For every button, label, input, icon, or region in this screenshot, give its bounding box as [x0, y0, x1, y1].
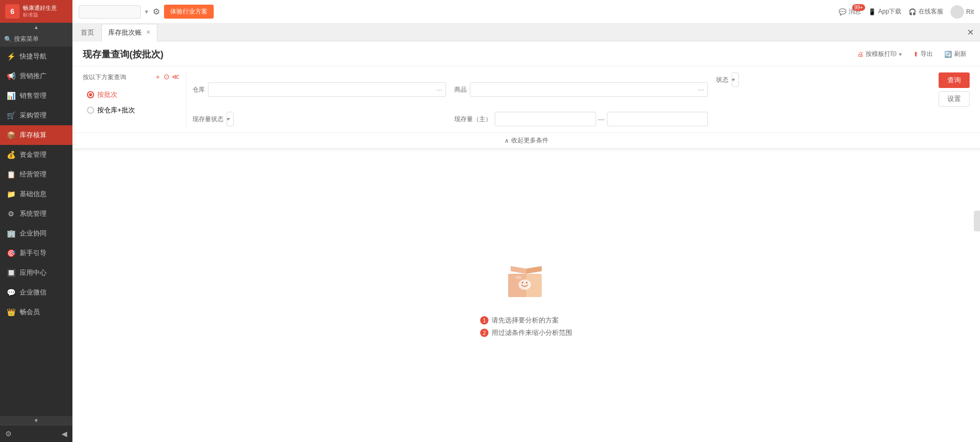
sidebar-item-member[interactable]: 👑 畅会员	[0, 302, 72, 322]
sidebar-item-newbie[interactable]: 🎯 新手引导	[0, 243, 72, 263]
inventory-qty-min[interactable]	[495, 112, 596, 126]
sidebar-item-marketing[interactable]: 📢 营销推广	[0, 66, 72, 86]
app-download-label: App下载	[878, 7, 901, 16]
goods-input-group[interactable]: ···	[470, 82, 708, 97]
hint-text-1: 请先选择要分析的方案	[492, 316, 559, 325]
message-icon: 💬	[839, 8, 847, 16]
operations-icon: 📋	[6, 170, 16, 179]
topbar-right: 💬 消息 99+ 📱 App下载 🎧 在线客服 Rit	[839, 5, 974, 19]
topbar: ▾ ⚙ 体验行业方案 💬 消息 99+ 📱 App下载 🎧 在线客服 Rit	[72, 0, 980, 24]
settings-scheme-icon[interactable]: ⊙	[164, 72, 170, 82]
messages-group[interactable]: 💬 消息 99+	[839, 7, 861, 16]
warehouse-dots-icon[interactable]: ···	[436, 85, 442, 94]
svg-marker-2	[511, 266, 526, 274]
goods-input[interactable]	[473, 86, 696, 93]
sidebar-search[interactable]: 🔍 搜索菜单	[0, 32, 72, 47]
headset-icon: 🎧	[909, 8, 916, 16]
add-scheme-icon[interactable]: ＋	[154, 72, 161, 82]
warehouse-input-group[interactable]: ···	[208, 82, 446, 97]
sidebar-item-basics[interactable]: 📁 基础信息	[0, 184, 72, 204]
hint-text-2: 用过滤条件来缩小分析范围	[492, 328, 572, 337]
sidebar-footer: ⚙ ◀	[0, 425, 72, 442]
tab-bar: 首页 库存批次账 ✕ ✕	[72, 24, 980, 41]
sidebar-scroll-up[interactable]: ▲	[0, 23, 72, 32]
svg-point-6	[526, 282, 528, 283]
sidebar-item-system[interactable]: ⚙ 系统管理	[0, 204, 72, 224]
search-icon: 🔍	[4, 36, 12, 43]
topbar-left: ▾ ⚙ 体验行业方案	[79, 5, 834, 19]
sidebar-item-purchase[interactable]: 🛒 采购管理	[0, 106, 72, 125]
sidebar-item-app-center[interactable]: 🔲 应用中心	[0, 263, 72, 283]
inventory-status-field: 现存量状态	[192, 112, 446, 126]
sidebar-search-label: 搜索菜单	[14, 35, 39, 43]
topbar-gear-icon[interactable]: ⚙	[153, 7, 160, 17]
sidebar: 6 畅康通好生意 标准版 ▲ 🔍 搜索菜单 ⚡ 快捷导航 📢 营销推广 📊 销售…	[0, 0, 72, 442]
empty-hints: 1 请先选择要分析的方案 2 用过滤条件来缩小分析范围	[480, 316, 572, 337]
warehouse-field: 仓库 ···	[192, 82, 446, 97]
user-group[interactable]: Rit	[951, 5, 974, 19]
empty-svg	[500, 256, 552, 302]
trial-button[interactable]: 体验行业方案	[164, 5, 214, 19]
sidebar-item-quick-nav[interactable]: ⚡ 快捷导航	[0, 47, 72, 66]
goods-dots-icon[interactable]: ···	[698, 85, 704, 94]
marketing-icon: 📢	[6, 71, 16, 81]
online-service-group[interactable]: 🎧 在线客服	[909, 7, 943, 16]
warehouse-input[interactable]	[212, 86, 434, 93]
warehouse-label: 仓库	[192, 85, 205, 94]
sidebar-item-label: 库存核算	[20, 130, 47, 140]
inventory-qty-range: —	[495, 112, 708, 126]
filter-option-by-warehouse-batch[interactable]: 按仓库+批次	[83, 102, 180, 118]
collapse-scheme-icon[interactable]: ≪	[172, 72, 180, 82]
sidebar-item-operations[interactable]: 📋 经营管理	[0, 165, 72, 184]
query-button[interactable]: 查询	[939, 72, 970, 88]
right-scroll-handle[interactable]	[974, 211, 980, 231]
sidebar-item-wechat[interactable]: 💬 企业微信	[0, 283, 72, 302]
export-button[interactable]: ⬆ 导出	[910, 48, 936, 61]
empty-hint-1: 1 请先选择要分析的方案	[480, 316, 572, 325]
inventory-status-label: 现存量状态	[192, 115, 224, 124]
filter-fields-panel: 仓库 ··· 商品 ···	[192, 72, 970, 126]
purchase-icon: 🛒	[6, 111, 16, 120]
app-logo: 6	[5, 4, 20, 19]
sidebar-item-label: 资金管理	[20, 150, 47, 159]
sidebar-item-label: 系统管理	[20, 209, 47, 218]
hint-num-2: 2	[480, 329, 488, 337]
topbar-dropdown-icon[interactable]: ▾	[145, 8, 149, 16]
collapse-label: 收起更多条件	[511, 136, 548, 145]
sidebar-item-inventory[interactable]: 📦 库存核算	[0, 125, 72, 145]
collapse-sidebar-icon[interactable]: ◀	[62, 430, 67, 438]
app-download-group[interactable]: 📱 App下载	[868, 7, 901, 16]
panel-close-button[interactable]: ✕	[963, 27, 978, 37]
sidebar-item-label: 采购管理	[20, 111, 47, 120]
settings-button[interactable]: 设置	[939, 91, 970, 107]
print-button[interactable]: 🖨 按模板打印 ▾	[854, 48, 905, 61]
settings-icon[interactable]: ⚙	[5, 430, 12, 438]
filter-option-by-batch[interactable]: 按批次	[83, 87, 180, 102]
sidebar-item-finance[interactable]: 💰 资金管理	[0, 145, 72, 165]
sidebar-item-label: 企业协同	[20, 229, 47, 238]
export-icon: ⬆	[913, 51, 918, 58]
inventory-qty-max[interactable]	[607, 112, 708, 126]
tab-home[interactable]: 首页	[75, 24, 100, 41]
hint-num-1: 1	[480, 316, 488, 325]
refresh-button[interactable]: 🔄 刷新	[941, 48, 970, 61]
app-center-icon: 🔲	[6, 268, 16, 277]
inventory-status-select[interactable]	[227, 112, 234, 126]
sidebar-item-sales[interactable]: 📊 销售管理	[0, 86, 72, 106]
sidebar-scroll-down[interactable]: ▼	[0, 416, 72, 425]
sidebar-item-enterprise[interactable]: 🏢 企业协同	[0, 224, 72, 243]
quick-nav-icon: ⚡	[6, 52, 16, 61]
tab-close-icon[interactable]: ✕	[146, 29, 151, 36]
topbar-search-input[interactable]	[79, 5, 141, 19]
sidebar-item-label: 企业微信	[20, 288, 47, 297]
chevron-up-icon: ∧	[504, 137, 509, 144]
wechat-icon: 💬	[6, 288, 16, 297]
tab-inventory-batch-label: 库存批次账	[108, 28, 142, 37]
filter-section: 按以下方案查询 ＋ ⊙ ≪ 按批次 按仓库+批次	[72, 66, 980, 132]
status-select[interactable]	[732, 72, 739, 87]
filter-collapse-bar[interactable]: ∧ 收起更多条件	[72, 132, 980, 148]
sidebar-item-label: 畅会员	[20, 307, 40, 317]
print-icon: 🖨	[857, 51, 864, 58]
tab-inventory-batch[interactable]: 库存批次账 ✕	[101, 24, 157, 41]
print-dropdown-icon[interactable]: ▾	[899, 51, 902, 58]
